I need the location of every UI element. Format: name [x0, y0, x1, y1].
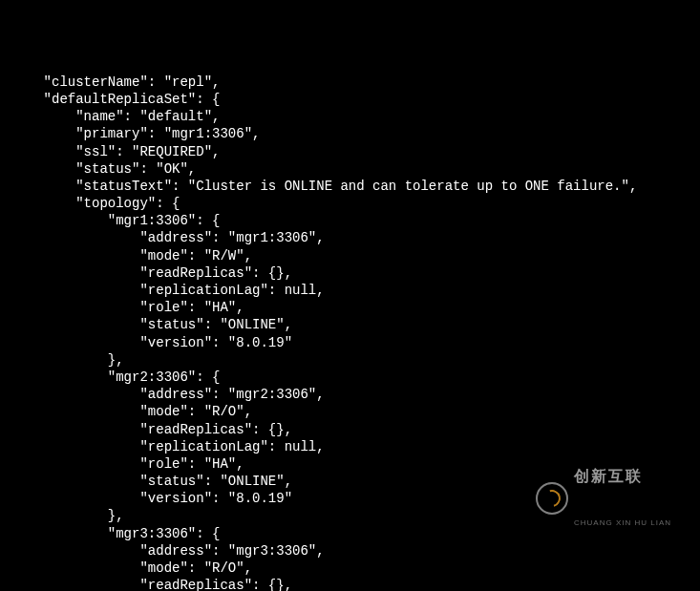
code-line: "mode": "R/O", [11, 403, 689, 420]
watermark: 创新互联 CHUANG XIN HU LIAN [536, 433, 671, 562]
code-line: "address": "mgr1:3306", [11, 229, 689, 246]
code-line: "mgr1:3306": { [11, 212, 689, 229]
code-line: "name": "default", [11, 108, 689, 125]
code-line: "readReplicas": {}, [11, 264, 689, 282]
code-line: "topology": { [11, 195, 689, 212]
watermark-text: 创新互联 CHUANG XIN HU LIAN [574, 433, 671, 562]
code-line: "version": "8.0.19" [11, 334, 689, 351]
code-line: "clusterName": "repl", [11, 74, 689, 91]
code-line: "status": "OK", [11, 160, 689, 178]
code-line: "replicationLag": null, [11, 282, 689, 299]
code-line: "status": "ONLINE", [11, 316, 689, 333]
code-line: "mgr2:3306": { [11, 369, 689, 386]
code-line: "defaultReplicaSet": { [11, 91, 689, 108]
code-line: "address": "mgr2:3306", [11, 386, 689, 403]
code-line: "mode": "R/W", [11, 247, 689, 264]
code-line: }, [11, 351, 689, 369]
watermark-en: CHUANG XIN HU LIAN [574, 518, 671, 528]
watermark-cn: 创新互联 [574, 469, 671, 484]
code-line: "ssl": "REQUIRED", [11, 143, 689, 160]
code-line: "statusText": "Cluster is ONLINE and can… [11, 178, 689, 195]
code-line: "readReplicas": {}, [11, 577, 689, 591]
code-line: "primary": "mgr1:3306", [11, 125, 689, 142]
code-line: "role": "HA", [11, 299, 689, 316]
watermark-logo-icon [536, 482, 568, 515]
